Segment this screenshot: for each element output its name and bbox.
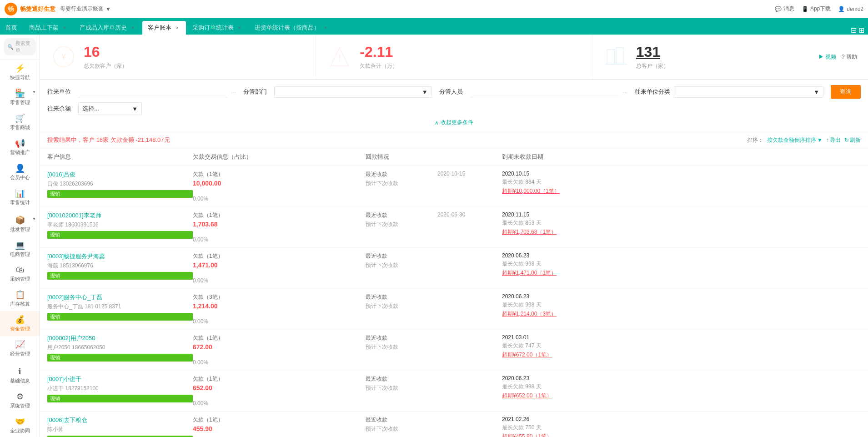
tab-product-status-close[interactable]: ×: [61, 25, 68, 31]
table-row: [0003]畅捷服务尹海蕊 海蕊 18513066976 现销 欠款（1笔） 1…: [40, 248, 868, 289]
results-bar: 搜索结果中，客户 16家 欠款金额 -21,148.07元 排序： 按欠款金额倒…: [40, 132, 868, 148]
tab-expand-icon[interactable]: ⊞: [858, 26, 864, 35]
stat-card-3: 131 总客户（家） ▶ 视频 ? 帮助: [592, 35, 868, 79]
tab-customer-account-close[interactable]: ×: [174, 25, 181, 31]
filter-label-3: 分管人员: [439, 88, 467, 96]
filter-input-3[interactable]: [470, 86, 619, 97]
tab-collapse-icon[interactable]: ⊟: [851, 26, 857, 35]
customer-name-2[interactable]: [0003]畅捷服务尹海蕊: [47, 252, 193, 261]
message-button[interactable]: 💬 消息: [775, 5, 794, 13]
debt-amount-0[interactable]: 10,000.00: [193, 180, 366, 187]
overdue-amount-6[interactable]: 超期¥455.90（1笔）: [502, 433, 861, 437]
debt-percent-3: 0.00%: [193, 318, 366, 325]
sidebar-item-member[interactable]: 👤 会员中心: [0, 160, 40, 185]
sort-label: 排序：: [747, 136, 763, 144]
sidebar-item-ecommerce[interactable]: 💻 电商管理: [0, 236, 40, 261]
results-customer-count: 16家: [96, 136, 109, 143]
customer-name-4[interactable]: [000002]用户2050: [47, 334, 193, 342]
customer-name-0[interactable]: [0016]吕俊: [47, 171, 193, 179]
tab-customer-account[interactable]: 客户账本 ×: [142, 21, 186, 35]
customer-name-1[interactable]: [0001020001]李老师: [47, 211, 193, 220]
sidebar-item-enterprise[interactable]: 🤝 企业协同: [0, 413, 40, 437]
tab-home-label: 首页: [5, 24, 17, 32]
chevron-down-icon-2: ▼: [422, 89, 428, 95]
stat-3-icon: [603, 44, 629, 70]
debt-amount-1[interactable]: 1,703.68: [193, 221, 366, 228]
sidebar-item-retail-stats-label: 零售统计: [10, 199, 30, 206]
refresh-button[interactable]: ↻ 刷新: [844, 136, 861, 144]
debt-amount-3[interactable]: 1,214.00: [193, 302, 366, 310]
debt-count-2: 欠款（1笔）: [193, 252, 366, 260]
store-selector[interactable]: 母婴行业演示账套 ▼: [60, 5, 111, 13]
filter-input-1[interactable]: [78, 86, 227, 97]
sidebar-item-retail-mgmt[interactable]: 🏪 零售管理: [0, 85, 40, 110]
tab-product-status[interactable]: 商品上下架 ×: [24, 21, 73, 35]
sidebar-item-ops-mgmt[interactable]: 📈 经营管理: [0, 336, 40, 361]
tab-home[interactable]: 首页: [0, 21, 23, 35]
debt-count-0: 欠款（1笔）: [193, 171, 366, 178]
debt-amount-2[interactable]: 1,471.00: [193, 261, 366, 269]
stat-card-1: ¥ 16 总欠款客户（家）: [40, 35, 316, 79]
sidebar-item-finance[interactable]: 💰 资金管理: [0, 311, 40, 336]
sidebar-item-retail-mall-label: 零售商城: [10, 124, 30, 131]
filter-select-2[interactable]: ▼: [274, 86, 432, 98]
video-icon: ▶: [818, 54, 824, 60]
sidebar-item-system[interactable]: ⚙ 系统管理: [0, 388, 40, 413]
customer-name-5[interactable]: [0007]小进干: [47, 375, 193, 383]
retail-mgmt-icon: 🏪: [15, 88, 25, 98]
overdue-amount-2[interactable]: 超期¥1,471.00（1笔）: [502, 269, 861, 277]
sidebar-item-quick-nav[interactable]: ⚡ 快捷导航: [0, 60, 40, 85]
overdue-info-3: 2020.06.23 最长欠款 998 天 超期¥1,214.00（3笔）: [502, 293, 861, 318]
video-button[interactable]: ▶ 视频: [818, 53, 836, 61]
overdue-days-2: 最长欠款 998 天: [502, 260, 861, 268]
tab-production-history-close[interactable]: ×: [130, 25, 136, 31]
overdue-info-6: 2021.02.26 最长欠款 750 天 超期¥455.90（1笔）: [502, 416, 861, 437]
table-area: 客户信息 欠款交易信息（占比） 回款情况 到期未收款日期 [0016]吕俊 吕俊…: [40, 148, 868, 437]
filter-item-1: 往来单位 ···: [47, 86, 236, 97]
debt-amount-5[interactable]: 652.00: [193, 384, 366, 392]
debt-amount-4[interactable]: 672.00: [193, 343, 366, 351]
overdue-info-2: 2020.06.23 最长欠款 998 天 超期¥1,471.00（1笔）: [502, 252, 861, 277]
tab-purchase-order-close[interactable]: ×: [236, 25, 243, 31]
system-icon: ⚙: [16, 392, 24, 402]
overdue-amount-3[interactable]: 超期¥1,214.00（3笔）: [502, 310, 861, 318]
tab-purchase-stats[interactable]: 进货单统计表（按商品） ×: [249, 21, 334, 35]
filter-item-2: 分管部门 ▼: [243, 86, 432, 98]
overdue-amount-1[interactable]: 超期¥1,703.68（1笔）: [502, 228, 861, 236]
sidebar-item-enterprise-label: 企业协同: [10, 427, 30, 434]
overdue-amount-4[interactable]: 超期¥672.00（1笔）: [502, 351, 861, 359]
sort-button[interactable]: 按欠款金额倒序排序 ▼: [767, 136, 823, 144]
tab-purchase-order[interactable]: 采购订单统计表 ×: [187, 21, 248, 35]
debt-info-5: 欠款（1笔） 652.00 0.00%: [193, 375, 366, 407]
results-text-mid: 欠款金额: [110, 136, 134, 143]
col-header-customer: 客户信息: [47, 153, 193, 161]
customer-name-6[interactable]: [0006]去下粮仓: [47, 416, 193, 424]
last-collect-label-2: 最近收款: [366, 252, 430, 260]
tab-production-history[interactable]: 产成品入库单历史 ×: [74, 21, 141, 35]
sidebar-item-purchase-mgmt[interactable]: 🛍 采购管理: [0, 261, 40, 286]
sidebar-item-marketing[interactable]: 📢 营销推广: [0, 135, 40, 160]
tab-purchase-stats-close[interactable]: ×: [322, 25, 329, 31]
overdue-amount-5[interactable]: 超期¥652.00（1笔）: [502, 392, 861, 400]
sidebar-item-basic-info[interactable]: ℹ 基础信息: [0, 363, 40, 388]
sidebar-search-area[interactable]: 🔍 搜索菜单: [0, 35, 40, 60]
customer-name-3[interactable]: [0002]服务中心_丁磊: [47, 293, 193, 301]
sidebar-item-retail-stats[interactable]: 📊 零售统计: [0, 185, 40, 210]
sidebar-item-purchase-mgmt-label: 采购管理: [10, 276, 30, 282]
filter-select-4[interactable]: ▼: [674, 86, 823, 98]
debt-amount-6[interactable]: 455.90: [193, 425, 366, 432]
stat-actions: ▶ 视频 ? 帮助: [818, 53, 857, 61]
tab-product-status-label: 商品上下架: [29, 24, 59, 32]
sidebar-item-inventory[interactable]: 📋 库存核算: [0, 286, 40, 311]
export-button[interactable]: ↑ 导出: [826, 136, 841, 144]
app-download-button[interactable]: 📱 App下载: [802, 5, 831, 13]
filter-select-5[interactable]: 选择... ▼: [78, 102, 142, 115]
help-button[interactable]: ? 帮助: [842, 53, 857, 61]
sidebar-item-batch-mgmt[interactable]: 📦 批发管理: [0, 211, 40, 236]
customer-tag-4: 现销: [47, 354, 193, 362]
user-avatar[interactable]: 👤 demo2: [838, 6, 863, 12]
search-button[interactable]: 查询: [831, 85, 861, 99]
sidebar-item-retail-mall[interactable]: 🛒 零售商城: [0, 110, 40, 135]
filter-more-toggle[interactable]: ∧ 收起更多条件: [47, 119, 861, 126]
overdue-amount-0[interactable]: 超期¥10,000.00（1笔）: [502, 187, 861, 195]
